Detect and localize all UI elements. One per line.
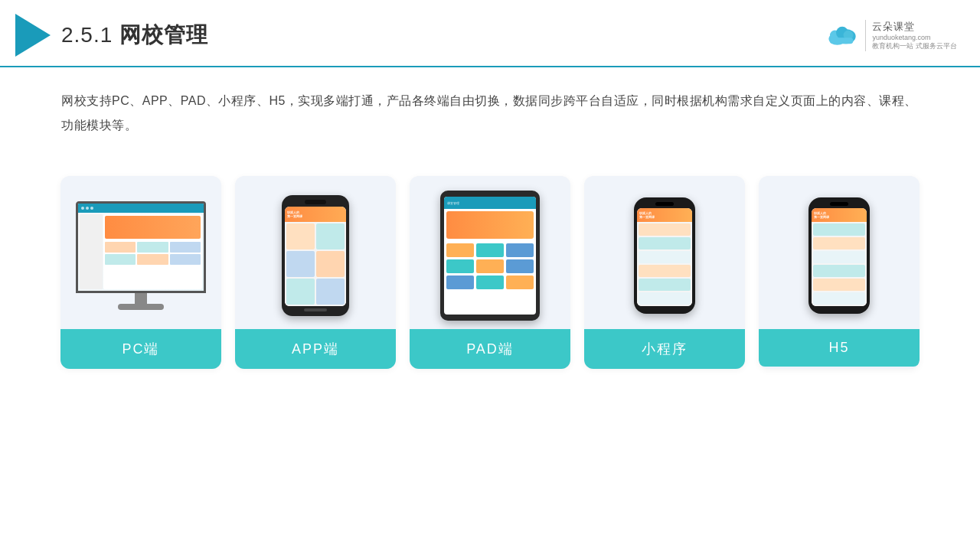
platform-cards: PC端 职涯人的第一堂网课 (0, 153, 980, 384)
app-phone-mockup: 职涯人的第一堂网课 (282, 195, 349, 316)
card-h5-image: 职涯人的第一堂网课 (759, 176, 920, 329)
card-pc-image (60, 176, 221, 329)
monitor-stand-base (118, 304, 164, 310)
card-app-image: 职涯人的第一堂网课 (235, 176, 396, 329)
header-right: 云朵课堂 yunduoketang.com 教育机构一站 式服务云平台 (824, 20, 957, 51)
card-pad-label: PAD端 (410, 329, 570, 369)
section-title: 网校管理 (119, 23, 208, 47)
card-pad-image: 课堂管理 (410, 176, 570, 329)
card-miniprogram: 职涯人的第一堂网课 小程序 (584, 176, 745, 369)
monitor-stand-neck (135, 293, 147, 304)
card-app: 职涯人的第一堂网课 APP端 (235, 176, 396, 369)
brand-logo: 云朵课堂 yunduoketang.com 教育机构一站 式服务云平台 (824, 20, 957, 51)
monitor-mockup (76, 201, 206, 310)
miniphone-screen: 职涯人的第一堂网课 (637, 208, 692, 306)
header: 2.5.1 网校管理 云朵课堂 yunduoketang.com 教育机构一站 … (0, 0, 980, 67)
miniphone-notch (655, 202, 674, 206)
h5-phone-body: 职涯人的第一堂网课 (808, 197, 870, 314)
svg-rect-6 (830, 37, 853, 44)
h5-phone-mockup: 职涯人的第一堂网课 (808, 197, 870, 314)
card-h5: 职涯人的第一堂网课 H5 (759, 176, 920, 369)
card-pad: 课堂管理 (410, 176, 570, 369)
brand-url: yunduoketang.com (872, 34, 930, 41)
page-title: 2.5.1 网校管理 (61, 21, 208, 50)
logo-icon (15, 14, 51, 57)
h5-phone-notch (830, 202, 848, 206)
brand-text: 云朵课堂 yunduoketang.com 教育机构一站 式服务云平台 (865, 20, 957, 51)
card-h5-label: H5 (759, 329, 920, 367)
card-pc: PC端 (60, 176, 221, 369)
card-miniprogram-image: 职涯人的第一堂网课 (584, 176, 745, 329)
card-app-label: APP端 (235, 329, 396, 369)
miniprogram-phone-mockup: 职涯人的第一堂网课 (634, 197, 695, 314)
cloud-icon (824, 23, 861, 47)
miniphone-body: 职涯人的第一堂网课 (634, 197, 695, 314)
description-paragraph: 网校支持PC、APP、PAD、小程序、H5，实现多端打通，产品各终端自由切换，数… (61, 89, 919, 138)
tablet-body: 课堂管理 (440, 191, 540, 321)
description-text: 网校支持PC、APP、PAD、小程序、H5，实现多端打通，产品各终端自由切换，数… (0, 67, 980, 145)
tablet-screen: 课堂管理 (444, 197, 536, 315)
brand-tagline: 教育机构一站 式服务云平台 (872, 41, 957, 51)
tablet-mockup: 课堂管理 (440, 191, 540, 321)
card-pc-label: PC端 (60, 329, 221, 369)
phone-body: 职涯人的第一堂网课 (282, 195, 349, 316)
brand-name: 云朵课堂 (872, 20, 915, 34)
phone-notch (305, 200, 326, 204)
section-number: 2.5.1 (61, 23, 113, 47)
header-left: 2.5.1 网校管理 (15, 14, 208, 57)
h5-phone-screen: 职涯人的第一堂网课 (812, 208, 867, 306)
monitor-screen (76, 201, 206, 293)
phone-screen: 职涯人的第一堂网课 (285, 207, 346, 306)
phone-home-button (304, 308, 327, 311)
card-miniprogram-label: 小程序 (584, 329, 745, 369)
